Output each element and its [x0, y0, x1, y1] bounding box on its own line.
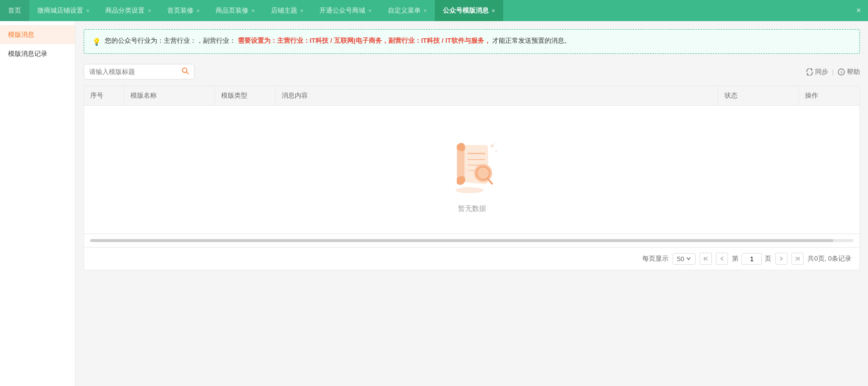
- tab-product-decor[interactable]: 商品页装修 ×: [208, 0, 262, 21]
- th-index: 序号: [84, 86, 124, 105]
- tab-category[interactable]: 商品分类设置 ×: [97, 0, 159, 21]
- top-nav: 首页 微商城店铺设置 × 商品分类设置 × 首页装修 × 商品页装修 × 店铺主…: [0, 0, 868, 21]
- table-header: 序号 模版名称 模版类型 消息内容 状态 操作: [84, 86, 859, 106]
- toolbar-divider: |: [832, 68, 834, 75]
- svg-point-12: [491, 144, 494, 147]
- th-name: 模版名称: [124, 86, 215, 105]
- last-page-button[interactable]: [791, 253, 804, 265]
- prev-page-icon: [719, 256, 724, 261]
- empty-svg-illustration: [442, 136, 502, 196]
- search-button[interactable]: [177, 64, 194, 79]
- page-label-post: 页: [765, 254, 771, 263]
- tab-open-mall-label: 开通公众号商城: [319, 6, 365, 15]
- tab-custom-menu[interactable]: 自定义菜单 ×: [380, 0, 435, 21]
- search-row: 同步 | ? 帮助: [84, 64, 860, 80]
- notice-text: 您的公众号行业为：主营行业：，副营行业： 需要设置为：主营行业：IT科技 / 互…: [105, 36, 571, 46]
- svg-point-14: [494, 143, 495, 144]
- tab-template-msg-close[interactable]: ×: [492, 8, 495, 14]
- tab-shop-theme-close[interactable]: ×: [300, 8, 303, 14]
- tab-category-close[interactable]: ×: [148, 8, 151, 14]
- svg-point-13: [495, 150, 497, 152]
- tab-homepage-decor-label: 首页装修: [167, 6, 193, 15]
- empty-text: 暂无数据: [458, 204, 486, 213]
- tab-template-msg-label: 公众号模版消息: [443, 6, 489, 15]
- tab-open-mall[interactable]: 开通公众号商城 ×: [311, 0, 379, 21]
- data-table: 序号 模版名称 模版类型 消息内容 状态 操作: [84, 86, 860, 270]
- search-icon: [182, 67, 189, 74]
- notice-highlight: 需要设置为：主营行业：IT科技 / 互联网|电子商务，副营行业：IT科技 / I…: [238, 37, 491, 44]
- tab-wechat-shop[interactable]: 微商城店铺设置 ×: [29, 0, 97, 21]
- tab-wechat-shop-label: 微商城店铺设置: [37, 6, 83, 15]
- first-page-button[interactable]: [700, 253, 712, 265]
- th-type: 模版类型: [215, 86, 276, 105]
- help-button[interactable]: ? 帮助: [838, 67, 860, 76]
- per-page-label: 每页显示: [642, 254, 669, 263]
- empty-state: 暂无数据: [84, 106, 859, 234]
- th-content: 消息内容: [276, 86, 718, 105]
- next-page-button[interactable]: [775, 253, 787, 265]
- tab-homepage-decor[interactable]: 首页装修 ×: [159, 0, 208, 21]
- next-page-icon: [779, 256, 784, 261]
- tab-product-decor-close[interactable]: ×: [251, 8, 254, 14]
- help-icon: ?: [838, 68, 845, 75]
- last-page-icon: [795, 256, 800, 261]
- svg-line-1: [186, 72, 188, 74]
- sync-button[interactable]: 同步: [806, 67, 828, 76]
- empty-illustration: [442, 136, 502, 196]
- tab-homepage-decor-close[interactable]: ×: [196, 8, 199, 14]
- svg-text:?: ?: [840, 70, 843, 74]
- search-wrap: [84, 64, 194, 80]
- prev-page-button[interactable]: [716, 253, 728, 265]
- scrollbar-thumb: [90, 239, 833, 242]
- tab-wechat-shop-close[interactable]: ×: [86, 8, 89, 14]
- tab-template-msg[interactable]: 公众号模版消息 ×: [435, 0, 503, 21]
- notice-box: 💡 您的公众号行业为：主营行业：，副营行业： 需要设置为：主营行业：IT科技 /…: [84, 29, 860, 54]
- pagination: 每页显示 50: [84, 247, 859, 270]
- sidebar-item-template-msg-record[interactable]: 模版消息记录: [0, 44, 75, 63]
- sidebar-item-template-msg-label: 模版消息: [8, 31, 34, 38]
- sidebar-item-template-msg[interactable]: 模版消息: [0, 25, 75, 44]
- sidebar: 模版消息 模版消息记录: [0, 21, 76, 386]
- tab-shop-theme[interactable]: 店铺主题 ×: [263, 0, 311, 21]
- page-input-wrap: 第 页: [732, 253, 771, 265]
- tab-home[interactable]: 首页: [0, 0, 29, 21]
- tab-custom-menu-label: 自定义菜单: [388, 6, 421, 15]
- help-label: 帮助: [847, 67, 860, 76]
- per-page-value: 50: [677, 255, 684, 263]
- sync-label: 同步: [815, 67, 828, 76]
- tab-product-decor-label: 商品页装修: [216, 6, 248, 15]
- bulb-icon: 💡: [92, 36, 101, 47]
- per-page-select[interactable]: 50: [673, 253, 696, 265]
- tab-shop-theme-label: 店铺主题: [271, 6, 297, 15]
- tab-custom-menu-close[interactable]: ×: [424, 8, 427, 14]
- total-info: 共0页, 0条记录: [808, 254, 851, 263]
- notice-prefix: 您的公众号行业为：主营行业：，副营行业：: [105, 37, 236, 44]
- search-input[interactable]: [84, 65, 177, 79]
- page-input[interactable]: [742, 253, 762, 265]
- global-close-button[interactable]: ×: [849, 0, 868, 21]
- sidebar-item-template-msg-record-label: 模版消息记录: [8, 50, 47, 57]
- content-area: 💡 您的公众号行业为：主营行业：，副营行业： 需要设置为：主营行业：IT科技 /…: [76, 21, 868, 386]
- tab-home-label: 首页: [8, 6, 21, 15]
- tab-category-label: 商品分类设置: [105, 6, 145, 15]
- svg-point-4: [455, 187, 484, 193]
- toolbar-right: 同步 | ? 帮助: [806, 67, 860, 76]
- th-action: 操作: [799, 86, 859, 105]
- tab-open-mall-close[interactable]: ×: [368, 8, 371, 14]
- scrollbar-track[interactable]: [90, 239, 853, 242]
- page-label-pre: 第: [732, 254, 739, 263]
- chevron-down-icon: [686, 256, 691, 261]
- sync-icon: [806, 68, 813, 75]
- first-page-icon: [703, 256, 708, 261]
- notice-suffix: 才能正常发送预置的消息。: [492, 37, 571, 44]
- main-layout: 模版消息 模版消息记录 💡 您的公众号行业为：主营行业：，副营行业： 需要设置为…: [0, 21, 868, 386]
- scrollbar-row: [84, 234, 859, 247]
- th-status: 状态: [718, 86, 799, 105]
